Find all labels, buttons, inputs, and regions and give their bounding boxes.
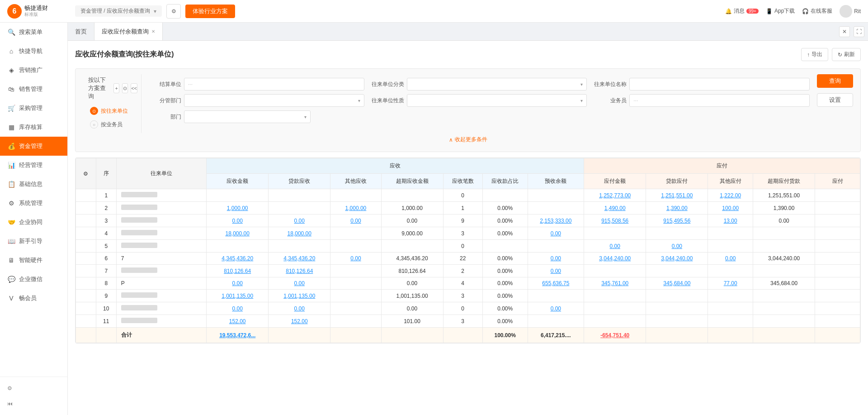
collapse-more-row[interactable]: ∧ 收起更多条件	[83, 133, 853, 146]
table-cell[interactable]: 915,495.56	[646, 215, 708, 227]
table-cell[interactable]: 0.00	[207, 302, 269, 315]
table-cell[interactable]: 0.00	[528, 227, 584, 240]
table-cell[interactable]: 0.00	[269, 215, 330, 227]
table-cell[interactable]: 655,636.75	[528, 277, 584, 290]
sidebar-collapse-button[interactable]: ⏮	[0, 396, 67, 411]
tab-maximize-button[interactable]: ⛶	[854, 26, 864, 37]
export-button[interactable]: ↑ 导出	[801, 48, 828, 61]
settlement-unit-input[interactable]: ···	[184, 78, 364, 91]
sidebar-item-finance[interactable]: 💰 资金管理	[0, 137, 67, 156]
table-cell[interactable]: 3,044,240.00	[646, 253, 708, 265]
salesman-input[interactable]: ···	[629, 94, 810, 107]
tab-close-icon[interactable]: ✕	[151, 29, 155, 34]
online-service-button[interactable]: 🎧 在线客服	[802, 7, 832, 15]
table-cell[interactable]: 2,153,333.00	[528, 215, 584, 227]
sidebar-settings-button[interactable]: ⚙	[0, 381, 67, 396]
table-cell[interactable]: 1,251,551.00	[646, 189, 708, 202]
table-cell[interactable]: 1,490.00	[584, 202, 646, 215]
table-cell	[815, 315, 860, 328]
sidebar-item-marketing[interactable]: ◈ 营销推广	[0, 61, 67, 80]
tab-home[interactable]: 首页	[68, 23, 94, 40]
sidebar-item-inventory[interactable]: ▦ 库存核算	[0, 118, 67, 137]
sidebar-item-hardware[interactable]: 🖥 智能硬件	[0, 251, 67, 270]
footer-pay-total[interactable]: -654,751.40	[584, 328, 646, 343]
sidebar-item-wechat[interactable]: 💬 企业微信	[0, 270, 67, 289]
table-cell[interactable]: 1,222.00	[708, 189, 753, 202]
sidebar-item-enterprise[interactable]: 🤝 企业协同	[0, 213, 67, 232]
table-cell[interactable]: 0.00	[646, 240, 708, 253]
tab-query[interactable]: 应收应付余额查询 ✕	[94, 23, 163, 40]
query-option-by-salesman[interactable]: ○ 按业务员	[85, 118, 141, 131]
table-cell[interactable]: 0.00	[330, 253, 381, 265]
table-cell[interactable]: 1,000.00	[207, 202, 269, 215]
filter-add-button[interactable]: +	[113, 83, 119, 93]
sidebar-item-quicknav[interactable]: ⌂ 快捷导航	[0, 42, 67, 61]
table-cell[interactable]: 0.00	[528, 302, 584, 315]
table-cell[interactable]: 810,126.64	[269, 265, 330, 277]
sidebar-item-member[interactable]: V 畅会员	[0, 289, 67, 308]
partner-name-input[interactable]	[629, 78, 810, 91]
header-gear-button[interactable]: ⚙	[166, 4, 181, 19]
table-cell[interactable]: 77.00	[708, 277, 753, 290]
table-cell[interactable]: 0.00	[207, 277, 269, 290]
footer-rec-total[interactable]: 19,553,472,6...	[207, 328, 269, 343]
notification-button[interactable]: 🔔 消息 99+	[725, 7, 759, 15]
department-input[interactable]: ▾	[184, 110, 311, 123]
table-cell[interactable]: 13.00	[708, 215, 753, 227]
sidebar-item-system[interactable]: ⚙ 系统管理	[0, 194, 67, 213]
table-cell[interactable]: 18,000.00	[269, 227, 330, 240]
breadcrumb-dropdown-icon[interactable]: ▾	[154, 8, 156, 14]
sidebar-item-purchase[interactable]: 🛒 采购管理	[0, 99, 67, 118]
table-cell	[269, 189, 330, 202]
table-cell[interactable]: 18,000.00	[207, 227, 269, 240]
table-cell[interactable]: 1,001,135.00	[207, 290, 269, 302]
sidebar-label-finance: 资金管理	[19, 142, 42, 150]
table-cell[interactable]: 1,390.00	[646, 202, 708, 215]
sidebar-item-operations[interactable]: 📊 经营管理	[0, 156, 67, 175]
table-cell[interactable]: 345,684.00	[646, 277, 708, 290]
table-cell[interactable]: 0.00	[528, 253, 584, 265]
partner-category-input[interactable]: ▾	[407, 78, 587, 91]
table-cell[interactable]: 0.00	[207, 215, 269, 227]
table-cell[interactable]: 1,001,135.00	[269, 290, 330, 302]
table-cell[interactable]: 100.00	[708, 202, 753, 215]
sidebar-item-sales[interactable]: 🛍 销售管理	[0, 80, 67, 99]
partner-nature-input[interactable]: ▾	[407, 94, 587, 107]
refresh-button[interactable]: ↻ 刷新	[832, 48, 861, 61]
industry-solution-button[interactable]: 体验行业方案	[185, 5, 235, 18]
app-download-button[interactable]: 📱 App下载	[766, 7, 795, 15]
table-cell[interactable]: 915,508.56	[584, 215, 646, 227]
filter-options-button[interactable]: ⊙	[122, 83, 128, 93]
query-option-by-partner[interactable]: ⊙ 按往来单位	[85, 104, 141, 118]
sidebar-item-guide[interactable]: 📖 新手引导	[0, 232, 67, 251]
table-cell[interactable]: 4,345,436.20	[207, 253, 269, 265]
supervisor-dept-input[interactable]: ▾	[184, 94, 364, 107]
filter-collapse-button[interactable]: <<	[131, 83, 137, 93]
table-cell: 0.00	[381, 215, 443, 227]
table-cell[interactable]: 3,044,240.00	[584, 253, 646, 265]
table-cell[interactable]: 0.00	[330, 215, 381, 227]
user-area[interactable]: Rit	[840, 5, 861, 18]
table-cell[interactable]: 152.00	[269, 315, 330, 328]
table-cell[interactable]: 1,252,773.00	[584, 189, 646, 202]
sidebar-item-basic[interactable]: 📋 基础信息	[0, 175, 67, 194]
table-cell[interactable]: 0.00	[269, 277, 330, 290]
filter-settings-button[interactable]: 设置	[817, 93, 853, 107]
th-settings[interactable]: ⚙	[76, 158, 96, 189]
table-cell[interactable]: 152.00	[207, 315, 269, 328]
row-settings	[76, 315, 96, 328]
tab-close-window-button[interactable]: ✕	[839, 26, 850, 37]
query-button[interactable]: 查询	[817, 74, 853, 88]
footer-pay-loan	[646, 328, 708, 343]
table-cell[interactable]: 345,761.00	[584, 277, 646, 290]
refresh-icon: ↻	[838, 52, 842, 58]
table-cell[interactable]: 0.00	[708, 253, 753, 265]
sidebar-item-search[interactable]: 🔍 搜索菜单	[0, 23, 67, 42]
hardware-icon: 🖥	[7, 257, 15, 264]
table-cell[interactable]: 1,000.00	[330, 202, 381, 215]
table-cell[interactable]: 0.00	[584, 240, 646, 253]
table-cell[interactable]: 810,126.64	[207, 265, 269, 277]
table-cell[interactable]: 0.00	[528, 265, 584, 277]
table-cell[interactable]: 4,345,436.20	[269, 253, 330, 265]
table-cell[interactable]: 0.00	[269, 302, 330, 315]
